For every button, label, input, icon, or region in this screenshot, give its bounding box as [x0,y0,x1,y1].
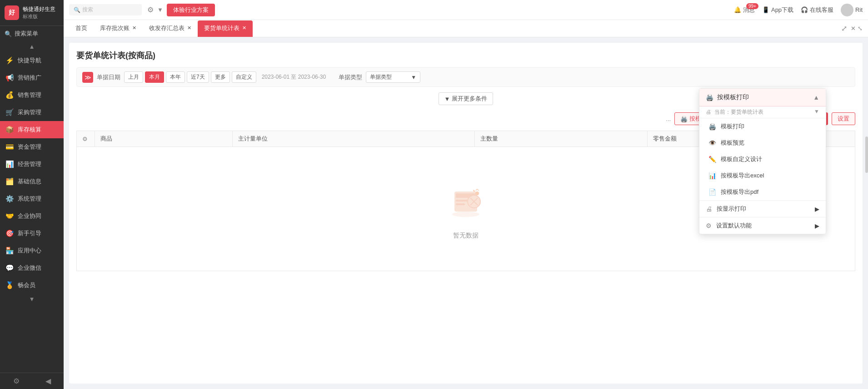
col-quantity: 主数量 [475,131,648,147]
sidebar-item-marketing[interactable]: 📢营销推广 [0,69,64,86]
set-default-chevron: ▶ [815,222,819,229]
set-default-item[interactable]: ⚙ 设置默认功能 ▶ [699,217,826,234]
sidebar-search[interactable]: 🔍 搜索菜单 [0,26,64,41]
dropdown-item-template_preview[interactable]: 👁️模板预览 [699,135,826,151]
app-download-button[interactable]: 📱 App下载 [762,6,793,14]
tabs-expand[interactable]: ⤢ [841,24,847,33]
sidebar-item-wechat[interactable]: 💬企业微信 [0,259,64,277]
tab-label: 库存批次账 [100,24,130,32]
tab-requisition[interactable]: 要货单统计表✕ [198,20,253,37]
expand-more-button[interactable]: ▼ 展开更多条件 [439,92,494,105]
resize-handle[interactable] [865,136,868,173]
expand-more-label: 展开更多条件 [452,95,487,103]
svg-point-0 [452,212,479,217]
table-settings-icon[interactable]: ⚙ [82,136,88,142]
inventory-icon: 📦 [5,126,14,134]
current-template-label: 🖨 当前：要货单统计表 ▼ [699,106,826,118]
sidebar-item-label: 系统管理 [18,195,41,203]
online-service-button[interactable]: 🎧 在线客服 [801,6,833,14]
sidebar-scroll-up[interactable]: ▲ [0,41,64,52]
app-logo: 好 畅捷通好生意 标准版 [0,0,64,26]
filter-expand-button[interactable]: ≫ [82,72,93,83]
logo-text: 畅捷通好生意 标准版 [23,5,55,20]
date-btn-current_month[interactable]: 本月 [145,71,164,83]
topbar-right: 🔔 消息 99+ 📱 App下载 🎧 在线客服 Rit [734,4,863,16]
tab-close-requisition[interactable]: ✕ [242,25,246,31]
sidebar-item-sales[interactable]: 💰销售管理 [0,86,64,104]
sales-icon: 💰 [5,91,14,99]
template_design-icon: ✏️ [708,156,716,163]
date-btn-current_year[interactable]: 本年 [166,71,185,83]
export_pdf-icon: 📄 [708,188,716,196]
sidebar-item-purchase[interactable]: 🛒采购管理 [0,104,64,121]
tab-close-batch[interactable]: ✕ [132,25,136,31]
topbar-chevron[interactable]: ▼ [157,6,163,13]
empty-text: 暂无数据 [453,232,479,240]
tab-label: 收发存汇总表 [149,24,185,32]
date-btn-last7[interactable]: 近7天 [187,71,209,83]
sidebar-item-shortcut[interactable]: ⚡快捷导航 [0,52,64,69]
collapse-icon[interactable]: ◀ [45,377,51,385]
headset-icon: 🎧 [801,6,808,13]
display-print-item[interactable]: 🖨 按显示打印 ▶ [699,200,826,217]
sidebar-item-basic[interactable]: 🗂️基础信息 [0,173,64,190]
topbar-search[interactable]: 🔍 搜索 [69,4,142,15]
sidebar-item-operations[interactable]: 📊经营管理 [0,156,64,173]
trial-button[interactable]: 体验行业方案 [167,4,215,16]
maximize-icon[interactable]: ⤡ [858,25,863,32]
sidebar-item-newguide[interactable]: 🎯新手引导 [0,225,64,242]
empty-illustration [443,178,489,226]
current-chevron[interactable]: ▼ [814,108,819,115]
date-btn-prev_month[interactable]: 上月 [124,71,143,83]
template_preview-icon: 👁️ [708,139,716,147]
sidebar-item-label: 基础信息 [18,177,41,186]
sidebar-item-inventory[interactable]: 📦库存核算 [0,121,64,138]
print-icon: 🖨️ [680,116,688,122]
dropdown-item-template_print[interactable]: 🖨️模板打印 [699,118,826,135]
user-avatar[interactable]: Rit [841,4,863,16]
search-icon: 🔍 [5,30,12,37]
dropdown-item-template_design[interactable]: ✏️模板自定义设计 [699,151,826,167]
dropdown-title: 按模板打印 [717,93,749,101]
gear-icon[interactable]: ⚙ [147,5,154,14]
tab-receivables[interactable]: 收发存汇总表✕ [143,20,198,37]
settings-button[interactable]: 设置 [832,112,855,125]
doc-type-select[interactable]: 单据类型 ▼ [366,71,420,83]
sidebar-item-finance[interactable]: 💳资金管理 [0,138,64,156]
tab-batch[interactable]: 库存批次账✕ [94,20,143,37]
set-default-label: 设置默认功能 [716,222,752,230]
dropdown-close-chevron[interactable]: ▲ [813,94,819,101]
tab-home[interactable]: 首页 [69,20,94,37]
sidebar-item-appstore[interactable]: 🏪应用中心 [0,242,64,259]
sidebar-item-collab[interactable]: 🤝企业协同 [0,207,64,225]
messages-button[interactable]: 🔔 消息 99+ [734,6,755,14]
export_pdf-label: 按模板导出pdf [721,188,758,196]
dropdown-item-export_pdf[interactable]: 📄按模板导出pdf [699,184,826,200]
tabs-bar: 首页库存批次账✕收发存汇总表✕要货单统计表✕ ⤢ ✕ ⤡ [64,20,868,37]
dropdown-item-export_excel[interactable]: 📊按模板导出excel [699,167,826,184]
more-actions-icon[interactable]: ... [666,116,671,122]
sidebar-item-label: 企业协同 [18,212,41,220]
display-print-chevron: ▶ [815,206,819,212]
export_excel-icon: 📊 [708,172,716,179]
member-icon: 🏅 [5,281,14,289]
close-all-icon[interactable]: ✕ [851,25,856,32]
sidebar-item-label: 新手引导 [18,229,41,237]
date-btn-more[interactable]: 更多 [211,71,230,83]
tab-label: 要货单统计表 [204,24,239,32]
svg-rect-4 [456,203,465,205]
sidebar-item-label: 销售管理 [18,91,41,99]
settings-icon[interactable]: ⚙ [13,377,20,385]
phone-icon: 📱 [762,6,769,13]
date-btn-custom[interactable]: 自定义 [232,71,256,83]
sidebar-item-member[interactable]: 🏅畅会员 [0,277,64,294]
tab-close-receivables[interactable]: ✕ [187,25,191,31]
finance-icon: 💳 [5,143,14,151]
col-unit: 主计量单位 [232,131,475,147]
display-print-icon: 🖨 [706,205,712,212]
main-area: 🔍 搜索 ⚙ ▼ 体验行业方案 🔔 消息 99+ 📱 App下载 🎧 在线客服 … [64,0,868,389]
tab-label: 首页 [75,24,87,32]
sidebar-item-system[interactable]: ⚙️系统管理 [0,190,64,207]
sidebar-scroll-down[interactable]: ▼ [0,294,64,304]
chevron-down-icon: ▼ [411,74,416,81]
